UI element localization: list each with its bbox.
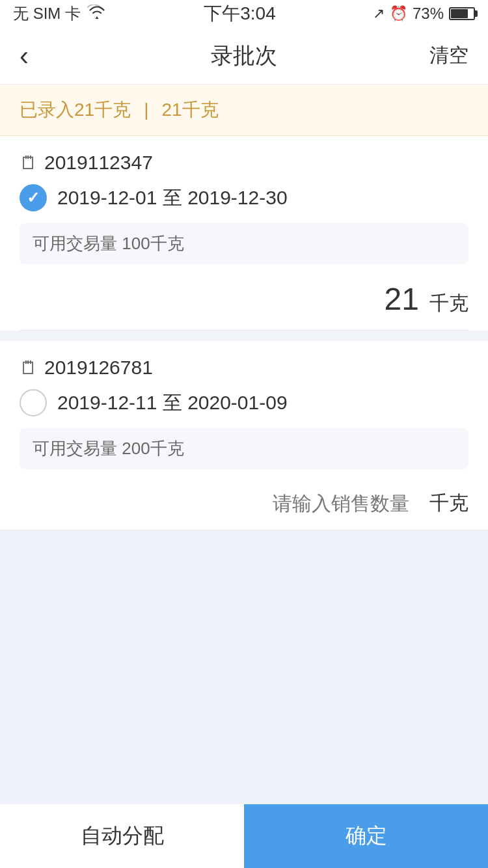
batch1-amount: 21 bbox=[385, 281, 419, 317]
batch1-date: 2019-12-01 至 2019-12-30 bbox=[57, 185, 288, 211]
batch2-qty-label: 可用交易量 200千克 bbox=[33, 439, 184, 458]
batch-card-1: 🗒 2019112347 2019-12-01 至 2019-12-30 可用交… bbox=[0, 136, 488, 331]
batch1-qty-box: 可用交易量 100千克 bbox=[20, 223, 468, 264]
batch2-header: 🗒 2019126781 bbox=[0, 341, 488, 384]
batch2-date-row[interactable]: 2019-12-11 至 2020-01-09 bbox=[0, 384, 488, 422]
batch1-amount-row: 21 千克 bbox=[0, 275, 488, 330]
summary-bar: 已录入21千克 | 21千克 bbox=[0, 85, 488, 136]
batch2-unit: 千克 bbox=[429, 490, 468, 517]
section-gap bbox=[0, 331, 488, 341]
batch1-date-row[interactable]: 2019-12-01 至 2019-12-30 bbox=[0, 179, 488, 217]
wifi-icon bbox=[87, 5, 107, 23]
batch2-date: 2019-12-11 至 2020-01-09 bbox=[57, 390, 288, 416]
alarm-icon: ⏰ bbox=[390, 5, 407, 22]
batch2-qty-box: 可用交易量 200千克 bbox=[20, 428, 468, 469]
batch1-radio[interactable] bbox=[20, 184, 47, 211]
empty-area bbox=[0, 530, 488, 843]
location-icon: ↗ bbox=[373, 5, 385, 22]
batch-card-2: 🗒 2019126781 2019-12-11 至 2020-01-09 可用交… bbox=[0, 341, 488, 530]
back-button[interactable]: ‹ bbox=[20, 40, 59, 72]
carrier-label: 无 SIM 卡 bbox=[13, 3, 81, 24]
summary-divider: | bbox=[144, 100, 148, 120]
batch2-id: 2019126781 bbox=[44, 357, 153, 379]
batch1-header: 🗒 2019112347 bbox=[0, 136, 488, 179]
batch2-radio[interactable] bbox=[20, 389, 47, 416]
status-bar: 无 SIM 卡 下午3:04 ↗ ⏰ 73% bbox=[0, 0, 488, 27]
summary-recorded: 已录入21千克 bbox=[20, 98, 131, 122]
batch2-icon: 🗒 bbox=[20, 357, 38, 379]
confirm-button[interactable]: 确定 bbox=[244, 804, 488, 868]
page-title: 录批次 bbox=[211, 41, 277, 71]
clear-button[interactable]: 清空 bbox=[429, 42, 468, 69]
batch1-id: 2019112347 bbox=[44, 152, 153, 174]
status-left: 无 SIM 卡 bbox=[13, 3, 107, 24]
auto-distribute-button[interactable]: 自动分配 bbox=[0, 804, 244, 868]
batch1-qty-label: 可用交易量 100千克 bbox=[33, 234, 184, 253]
battery-percent: 73% bbox=[413, 5, 444, 23]
bottom-bar: 自动分配 确定 bbox=[0, 804, 488, 868]
batch1-icon: 🗒 bbox=[20, 152, 38, 174]
main-content: 🗒 2019112347 2019-12-01 至 2019-12-30 可用交… bbox=[0, 136, 488, 868]
summary-total: 21千克 bbox=[161, 98, 218, 122]
batch1-unit: 千克 bbox=[429, 290, 468, 317]
status-right: ↗ ⏰ 73% bbox=[373, 5, 475, 23]
nav-bar: ‹ 录批次 清空 bbox=[0, 27, 488, 85]
battery-icon bbox=[449, 7, 475, 20]
status-time: 下午3:04 bbox=[204, 1, 276, 26]
batch2-input-row: 千克 bbox=[0, 480, 488, 530]
batch2-qty-input[interactable] bbox=[20, 493, 419, 515]
